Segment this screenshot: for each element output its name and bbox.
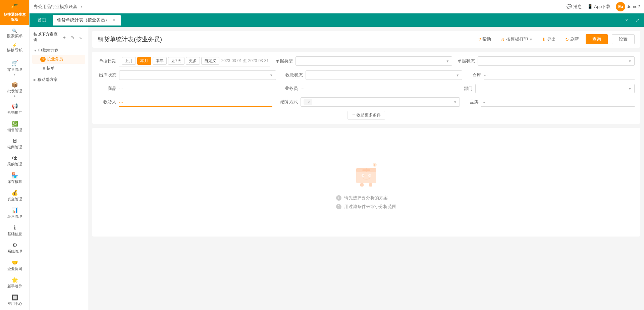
- apps-icon: 🔲: [11, 294, 18, 301]
- svg-point-9: [369, 175, 370, 176]
- app-download-btn[interactable]: 📱 App下载: [587, 4, 610, 10]
- sidebar-item-cooperation[interactable]: 🤝 企业协同: [0, 257, 29, 274]
- sidebar-search[interactable]: 🔍 搜索菜单: [0, 25, 29, 41]
- export-btn[interactable]: ⬇ 导出: [539, 35, 558, 44]
- msg-icon: 💬: [567, 4, 572, 9]
- filter-row-3: 商品 ··· 业务员 ··· 部门 ▼: [98, 84, 635, 93]
- tab-home-label: 首页: [38, 17, 46, 23]
- svg-point-8: [363, 175, 364, 176]
- desktop-section: ▼ 电脑端方案 按 按业务员 ≡ 按单: [30, 45, 88, 74]
- out-status-dropdown[interactable]: ▼: [119, 70, 276, 80]
- sidebar-item-ecommerce[interactable]: 🖥 电商管理: [0, 135, 29, 152]
- wholesale-icon: 📦: [11, 82, 18, 88]
- tab-home[interactable]: 首页: [32, 15, 52, 25]
- sidebar-item-marketing[interactable]: 📢 营销推广: [0, 100, 29, 118]
- right-main: 销货单统计表(按业务员) ? 帮助 🖨 按模板打印 ▼ ⬇ 导出: [88, 27, 644, 310]
- settings-button[interactable]: 设置: [612, 34, 635, 44]
- recipient-dots[interactable]: ···: [119, 99, 123, 105]
- date-this-year-btn[interactable]: 本年: [153, 57, 167, 65]
- goods-dots[interactable]: ···: [119, 86, 123, 91]
- print-btn[interactable]: 🖨 按模板打印 ▼: [498, 35, 535, 44]
- salesman-label: 业务员: [278, 86, 298, 92]
- breadcrumb[interactable]: 办公用品行业模拟账套: [34, 4, 77, 10]
- left-panel-title: 按以下方案查询: [34, 32, 61, 43]
- sidebar-item-basic[interactable]: ℹ 基础信息: [0, 222, 29, 239]
- sidebar-item-inventory[interactable]: 🏪 库存核算: [0, 169, 29, 187]
- warehouse-dots[interactable]: ···: [484, 72, 488, 78]
- sidebar-item-system[interactable]: ⚙ 系统管理: [0, 239, 29, 257]
- empty-state: ✦ 1 请先选择要分析的方案: [92, 128, 640, 237]
- doc-type-dropdown[interactable]: ▼: [296, 56, 452, 66]
- doc-status-dropdown[interactable]: ▼: [478, 56, 635, 66]
- system-icon: ⚙: [12, 242, 17, 248]
- sidebar-item-purchase[interactable]: 🛍 采购管理: [0, 152, 29, 169]
- brand-dots[interactable]: ···: [481, 99, 485, 105]
- collapse-panel-btn[interactable]: «: [77, 34, 84, 41]
- retail-icon: 🛒: [11, 60, 18, 66]
- scheme-item-order[interactable]: ≡ 按单: [32, 64, 85, 73]
- date-last-month-btn[interactable]: 上月: [122, 57, 136, 65]
- collapse-more-btn[interactable]: ⌃ 收起更多条件: [347, 111, 385, 120]
- msg-btn[interactable]: 💬 消息: [567, 4, 582, 10]
- sidebar-item-apps[interactable]: 🔲 应用中心: [0, 292, 29, 309]
- export-label: 导出: [547, 36, 556, 42]
- logo-text: 畅捷通好生意: [4, 12, 26, 16]
- date-custom-btn[interactable]: 自定义: [201, 57, 219, 65]
- settle-arrow: ▼: [453, 100, 457, 104]
- refresh-btn[interactable]: ↻ 刷新: [562, 35, 582, 44]
- section-arrow: ▼: [34, 49, 37, 52]
- help-icon: ?: [479, 37, 481, 42]
- sidebar-item-newbie[interactable]: 🌟 新手引导: [0, 274, 29, 292]
- mobile-section-title[interactable]: ▶ 移动端方案: [32, 75, 85, 84]
- search-label: 搜索菜单: [0, 33, 29, 39]
- settle-tag-close[interactable]: ×: [308, 100, 310, 104]
- date-last7-btn[interactable]: 近7天: [168, 57, 184, 65]
- date-label: 单据日期: [98, 58, 116, 64]
- print-arrow: ▼: [529, 38, 533, 41]
- sidebar-item-finance[interactable]: 💰 资金管理: [0, 187, 29, 204]
- edit-scheme-btn[interactable]: ✎: [69, 34, 76, 41]
- tab-active[interactable]: 销货单统计表（按业务员） ×: [53, 15, 121, 25]
- sidebar-item-wholesale[interactable]: 📦 批发管理 ▲: [0, 79, 29, 100]
- retail-arrow: ▼: [13, 73, 16, 76]
- app-download-label: App下载: [594, 4, 610, 10]
- sidebar-item-operations[interactable]: 📊 经营管理: [0, 204, 29, 222]
- add-scheme-btn[interactable]: +: [61, 34, 68, 41]
- tab-close-window-btn[interactable]: ×: [623, 16, 631, 24]
- svg-text:✦: ✦: [373, 163, 376, 167]
- order-icon: ≡: [43, 66, 45, 71]
- tab-close-btn[interactable]: ×: [111, 17, 117, 23]
- page-actions: ? 帮助 🖨 按模板打印 ▼ ⬇ 导出 ↻ 刷新: [476, 34, 635, 44]
- date-this-month-btn[interactable]: 本月: [137, 57, 151, 65]
- basic-icon: ℹ: [14, 224, 16, 231]
- cooperation-icon: 🤝: [11, 259, 18, 266]
- scheme-salesman-label: 按业务员: [47, 56, 63, 62]
- purchase-icon: 🛍: [12, 155, 17, 161]
- help-btn[interactable]: ? 帮助: [476, 35, 494, 44]
- page-title-bar: 销货单统计表(按业务员) ? 帮助 🖨 按模板打印 ▼ ⬇ 导出: [92, 31, 640, 48]
- date-more-btn[interactable]: 更多: [186, 57, 200, 65]
- scheme-item-salesman[interactable]: 按 按业务员: [32, 55, 85, 64]
- app-download-icon: 📱: [587, 4, 593, 9]
- query-button[interactable]: 查询: [586, 34, 608, 44]
- recipient-label: 收货人: [98, 99, 116, 105]
- settle-dropdown[interactable]: × ▼: [301, 97, 460, 107]
- app-logo[interactable]: 🍊 畅捷通好生意 标版: [0, 0, 29, 25]
- warehouse-label: 仓库: [468, 72, 481, 78]
- empty-tip-2: 2 用过滤条件来缩小分析范围: [336, 204, 396, 210]
- filter-row-1: 单据日期 上月 本月 本年 近7天 更多 自定义 2023-03-01 至 20…: [98, 56, 635, 66]
- tab-fullscreen-btn[interactable]: ⤢: [633, 16, 641, 24]
- date-filter-control: 上月 本月 本年 近7天 更多 自定义 2023-03-01 至 2023-03…: [119, 56, 270, 66]
- sidebar-quick-nav[interactable]: ⚡ 快捷导航: [0, 41, 29, 55]
- sidebar-item-sales[interactable]: 💹 销售管理: [0, 118, 29, 135]
- breadcrumb-arrow[interactable]: ▼: [80, 5, 83, 8]
- doc-type-label: 单据类型: [273, 58, 293, 64]
- dept-dropdown[interactable]: ▼: [475, 84, 635, 93]
- sidebar-item-retail[interactable]: 🛒 零售管理 ▼: [0, 57, 29, 79]
- desktop-section-title[interactable]: ▼ 电脑端方案: [32, 46, 85, 55]
- collect-status-dropdown[interactable]: ▼: [306, 70, 463, 80]
- user-info[interactable]: Ea demo2: [616, 2, 640, 11]
- salesman-dots[interactable]: ···: [301, 86, 305, 91]
- brand-control: ···: [481, 97, 635, 107]
- print-label: 按模板打印: [506, 36, 528, 42]
